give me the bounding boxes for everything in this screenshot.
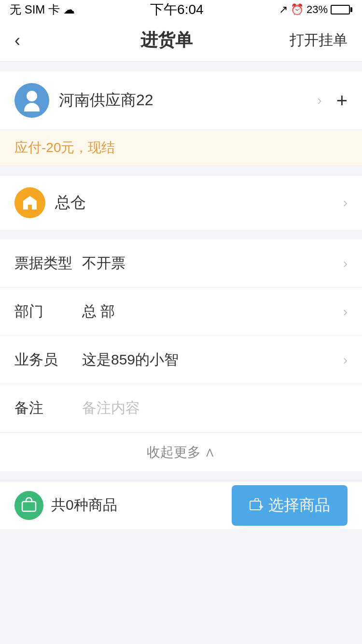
department-row[interactable]: 部门 总 部 ›: [0, 288, 362, 336]
warehouse-name: 总仓: [55, 192, 343, 213]
ticket-type-label: 票据类型: [14, 253, 72, 273]
warehouse-arrow-icon: ›: [343, 195, 348, 210]
supplier-row[interactable]: 河南供应商22 › +: [0, 71, 362, 130]
remark-row[interactable]: 备注 备注内容: [0, 384, 362, 433]
select-product-icon: [249, 498, 264, 513]
nav-bar: ‹ 进货单 打开挂单: [0, 19, 362, 62]
notice-banner: 应付-20元，现结: [0, 130, 362, 166]
select-product-button[interactable]: 选择商品: [232, 485, 348, 526]
section-gap-top: [0, 62, 362, 71]
supplier-avatar: [14, 83, 49, 118]
department-label: 部门: [14, 302, 72, 322]
status-time: 下午6:04: [150, 0, 204, 19]
sim-status: 无 SIM 卡 ☁: [10, 2, 75, 17]
department-arrow-icon: ›: [343, 304, 348, 320]
department-value: 总 部: [72, 302, 343, 322]
supplier-name: 河南供应商22: [59, 90, 317, 111]
footer-area: [0, 529, 362, 644]
page-title: 进货单: [140, 28, 193, 52]
add-supplier-button[interactable]: +: [336, 91, 348, 110]
status-right: ↗ ⏰ 23%: [279, 3, 352, 16]
collapse-label: 收起更多 ∧: [147, 443, 216, 462]
open-pending-button[interactable]: 打开挂单: [290, 30, 348, 50]
form-section: 票据类型 不开票 › 部门 总 部 › 业务员 这是859的小智 › 备注 备注…: [0, 239, 362, 471]
status-left: 无 SIM 卡 ☁: [10, 2, 75, 17]
location-icon: ↗: [279, 3, 288, 16]
collapse-button[interactable]: 收起更多 ∧: [0, 433, 362, 471]
salesman-value: 这是859的小智: [72, 350, 343, 370]
cart-icon: [20, 497, 38, 514]
battery-icon: [331, 5, 352, 14]
svg-rect-1: [250, 501, 261, 510]
product-count-label: 共0种商品: [51, 495, 232, 515]
product-icon: [14, 491, 43, 520]
status-bar: 无 SIM 卡 ☁ 下午6:04 ↗ ⏰ 23%: [0, 0, 362, 19]
salesman-label: 业务员: [14, 350, 72, 370]
warehouse-row[interactable]: 总仓 ›: [0, 175, 362, 230]
avatar-person-icon: [22, 91, 42, 110]
warehouse-icon: [14, 187, 45, 218]
warehouse-svg-icon: [21, 194, 39, 211]
supplier-section: 河南供应商22 › + 应付-20元，现结: [0, 71, 362, 166]
ticket-type-row[interactable]: 票据类型 不开票 ›: [0, 239, 362, 288]
ticket-type-arrow-icon: ›: [343, 256, 348, 271]
ticket-type-value: 不开票: [72, 253, 343, 273]
supplier-arrow-icon: ›: [317, 93, 321, 108]
battery-percent: 23%: [306, 3, 328, 16]
select-product-label: 选择商品: [268, 495, 330, 516]
back-button[interactable]: ‹: [14, 30, 43, 51]
salesman-arrow-icon: ›: [343, 352, 348, 368]
remark-label: 备注: [14, 398, 72, 418]
bottom-bar: 共0种商品 选择商品: [0, 481, 362, 529]
salesman-row[interactable]: 业务员 这是859的小智 ›: [0, 336, 362, 384]
remark-input[interactable]: 备注内容: [72, 398, 348, 418]
alarm-icon: ⏰: [291, 3, 304, 16]
svg-rect-0: [22, 502, 36, 511]
